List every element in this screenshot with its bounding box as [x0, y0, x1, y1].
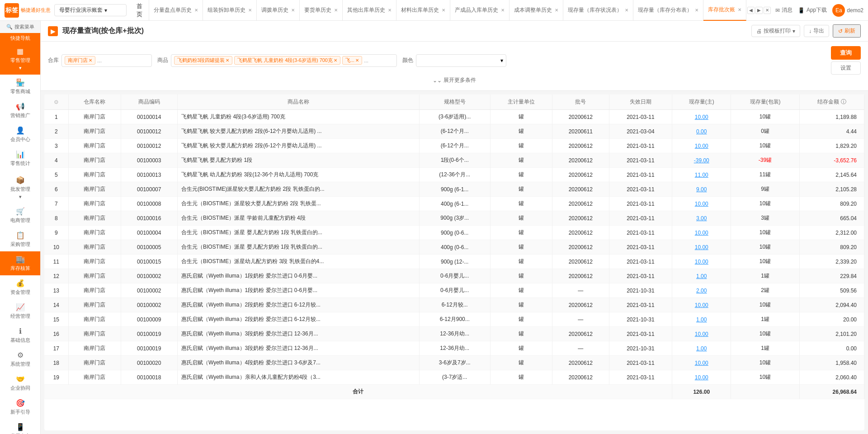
cell-qty-main[interactable]: 10.00 — [672, 370, 731, 385]
tab-close-all[interactable]: ✕ — [764, 7, 771, 14]
cell-no: 3 — [44, 139, 68, 153]
sidebar-item-purchase[interactable]: 📋 采购管理 — [0, 227, 40, 251]
product-tag-1[interactable]: 飞鹤奶粉3段四罐提装 ✕ — [174, 56, 232, 65]
cell-expire: 2021-10-31 — [609, 312, 672, 327]
user-area[interactable]: Ea demo2 — [832, 4, 863, 17]
tab-xian-cun2[interactable]: 现存量（库存分布表） ✕ — [633, 0, 703, 21]
sidebar-item-zero-mgmt[interactable]: ▦ 零售管理 ▾ — [0, 43, 40, 75]
tab-scroll-right[interactable]: ▶ — [755, 7, 763, 14]
sidebar-item-market[interactable]: 📢 营销推广 — [0, 99, 40, 123]
product-tag-group[interactable]: 飞鹤奶粉3段四罐提装 ✕ 飞鹤星飞帆 儿童奶粉 4段(3-6岁适用) 700克 … — [171, 54, 397, 67]
sidebar-item-finance[interactable]: 💰 资金管理 — [0, 275, 40, 299]
expand-panel-btn[interactable]: ▶ — [48, 26, 58, 36]
cell-qty-main[interactable]: 10.00 — [672, 240, 731, 255]
tab-chan-pin[interactable]: 产成品入库单历史 ✕ — [450, 0, 509, 21]
cell-qty-main[interactable]: -39.00 — [672, 153, 731, 168]
product-tag-2[interactable]: 飞鹤星飞帆 儿童奶粉 4段(3-6岁适用) 700克 ✕ — [234, 56, 340, 65]
remove-product-tag-3[interactable]: ✕ — [355, 58, 359, 63]
cell-qty-main[interactable]: 3.00 — [672, 211, 731, 226]
remove-product-tag-1[interactable]: ✕ — [226, 58, 229, 63]
sidebar-item-label: 企业协同 — [10, 385, 30, 392]
close-yao-huo[interactable]: ✕ — [334, 8, 338, 13]
cell-qty-main[interactable]: 10.00 — [672, 139, 731, 153]
expand-more-btn[interactable]: ⌄⌄ 展开更多条件 — [48, 75, 861, 86]
sidebar-item-corp[interactable]: 🤝 企业协同 — [0, 371, 40, 395]
sidebar-item-base-info[interactable]: ℹ 基础信息 — [0, 323, 40, 347]
tab-qi-ta[interactable]: 其他出库单历史 ✕ — [343, 0, 396, 21]
cell-qty-main[interactable]: 10.00 — [672, 255, 731, 269]
sidebar-item-sys[interactable]: ⚙ 系统管理 — [0, 347, 40, 371]
cell-qty-main[interactable]: 0.00 — [672, 124, 731, 139]
cell-code: 00100005 — [121, 240, 177, 255]
tab-home[interactable]: 首页 — [130, 0, 149, 21]
table-row: 16 南岸门店 00100019 惠氏启赋（Wyeth illuma）3段奶粉 … — [44, 327, 864, 341]
close-cheng-ben[interactable]: ✕ — [555, 8, 558, 13]
export-btn[interactable]: ↓ 导出 — [804, 25, 829, 37]
cell-qty-main[interactable]: 10.00 — [672, 298, 731, 312]
close-diao-bo[interactable]: ✕ — [291, 8, 295, 13]
sidebar-search-label: 搜索菜单 — [14, 24, 34, 30]
cell-qty-pack: -39罐 — [731, 153, 799, 168]
tab-diao-bo[interactable]: 调拨单历史 ✕ — [257, 0, 300, 21]
cell-batch: 20200612 — [552, 197, 609, 211]
close-chan-pin[interactable]: ✕ — [501, 8, 505, 13]
query-btn[interactable]: 查询 — [831, 46, 861, 60]
cell-qty-main[interactable]: 10.00 — [672, 226, 731, 240]
close-zu-chai[interactable]: ✕ — [248, 8, 252, 13]
cell-qty-main[interactable]: 1.00 — [672, 341, 731, 356]
sidebar-item-batch-mgmt[interactable]: 📦 批发管理 ▾ — [0, 172, 40, 203]
tab-fen-pan[interactable]: 分量盘点单历史 ✕ — [149, 0, 203, 21]
setting-btn[interactable]: 设置 — [831, 61, 861, 75]
cell-qty-main[interactable]: 9.00 — [672, 182, 731, 197]
warehouse-tag-nanan[interactable]: 南岸门店 ✕ — [65, 56, 95, 65]
refresh-btn[interactable]: ↺ 刷新 — [833, 24, 861, 38]
close-fen-pan[interactable]: ✕ — [194, 8, 198, 13]
warehouse-tag-group[interactable]: 南岸门店 ✕ ... — [61, 54, 152, 67]
product-more-dots[interactable]: ... — [364, 57, 368, 64]
tab-cai-liao[interactable]: 材料出库单历史 ✕ — [396, 0, 450, 21]
warehouse-more-dots[interactable]: ... — [97, 57, 102, 64]
sidebar-item-member[interactable]: 👤 会员中心 — [0, 123, 40, 146]
color-tag-group[interactable]: ▾ — [416, 54, 506, 67]
cell-qty-pack: 10罐 — [731, 298, 799, 312]
remove-warehouse-tag[interactable]: ✕ — [89, 58, 92, 63]
tab-xian-cun1[interactable]: 现存量（库存状况表） ✕ — [563, 0, 633, 21]
cell-qty-main[interactable]: 1.00 — [672, 269, 731, 283]
app-download-btn[interactable]: 📱 App下载 — [798, 6, 827, 14]
tab-ku-pi[interactable]: 库存批次账 ✕ — [703, 0, 746, 21]
remove-product-tag-2[interactable]: ✕ — [334, 58, 337, 63]
org-selector[interactable]: 母婴行业演示账套 ▾ — [54, 4, 127, 16]
close-qi-ta[interactable]: ✕ — [388, 8, 392, 13]
sidebar-search[interactable]: 🔍 搜索菜单 — [0, 21, 40, 33]
sidebar-item-zero-shop[interactable]: 🏪 零售商城 — [0, 75, 40, 99]
cell-name: 飞鹤星飞帆 较大婴儿配方奶粉 2段(6-12个月婴幼儿适用) ... — [177, 139, 419, 153]
col-settings[interactable]: ⚙ — [44, 94, 68, 110]
sidebar-item-ecom[interactable]: 🛒 电商管理 — [0, 203, 40, 227]
cell-qty-main[interactable]: 10.00 — [672, 327, 731, 341]
sidebar-item-zero-stat[interactable]: 📊 零售统计 — [0, 146, 40, 170]
message-btn[interactable]: ✉ 消息 — [775, 6, 793, 14]
cell-qty-main[interactable]: 11.00 — [672, 168, 731, 182]
tab-yao-huo[interactable]: 要货单历史 ✕ — [300, 0, 343, 21]
cell-spec: 900g (12-... — [419, 255, 490, 269]
sidebar-item-stock[interactable]: 🏬 库存核算 — [0, 251, 40, 275]
close-xian-cun1[interactable]: ✕ — [625, 8, 628, 13]
tab-zu-chai[interactable]: 组装拆卸单历史 ✕ — [203, 0, 257, 21]
sidebar-item-app-center[interactable]: 📱 应用中心 — [0, 419, 40, 434]
cell-qty-main[interactable]: 2.00 — [672, 283, 731, 298]
tab-scroll-left[interactable]: ◀ — [747, 7, 755, 14]
cell-qty-main[interactable]: 10.00 — [672, 356, 731, 370]
sidebar-item-guide[interactable]: 🎯 新手引导 — [0, 395, 40, 419]
settings-icon[interactable]: ⚙ — [54, 99, 59, 105]
cell-qty-main[interactable]: 10.00 — [672, 110, 731, 124]
close-xian-cun2[interactable]: ✕ — [695, 8, 698, 13]
template-print-btn[interactable]: 🖨 按模板打印 ▾ — [751, 25, 800, 37]
close-ku-pi[interactable]: ✕ — [738, 7, 741, 12]
product-tag-3[interactable]: 飞... ✕ — [342, 56, 362, 65]
sidebar-item-biz[interactable]: 📈 经营管理 — [0, 299, 40, 323]
cell-qty-main[interactable]: 10.00 — [672, 197, 731, 211]
cell-qty-main[interactable]: 1.00 — [672, 312, 731, 327]
tab-cheng-ben[interactable]: 成本调整单历史 ✕ — [509, 0, 563, 21]
close-cai-liao[interactable]: ✕ — [442, 8, 445, 13]
sidebar-quick-nav[interactable]: 快捷导航 — [0, 33, 40, 43]
